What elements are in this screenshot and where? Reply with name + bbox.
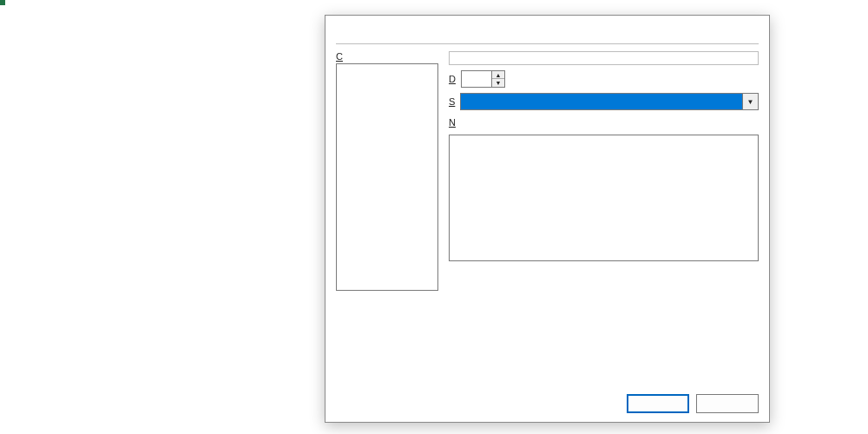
chevron-down-icon[interactable]: ▼ [743,93,759,110]
selection-frame [0,0,3,3]
category-label: C [336,51,438,62]
symbol-value [460,93,743,110]
sample-box [449,51,759,65]
decimal-places-input[interactable] [462,71,491,87]
selection-handle[interactable] [0,0,5,5]
decimal-places-label: D [449,74,456,84]
tabstrip [336,43,759,44]
cancel-button[interactable] [696,394,759,413]
titlebar [326,16,769,42]
help-button[interactable] [694,16,729,41]
symbol-combo[interactable]: ▼ [460,93,759,110]
format-cells-dialog: C D ▲ ▼ [325,15,770,423]
decimal-places-spinner[interactable]: ▲ ▼ [461,70,505,88]
symbol-label: S [449,96,455,107]
category-list[interactable] [336,63,438,291]
spinner-up-icon[interactable]: ▲ [492,71,504,79]
spinner-down-icon[interactable]: ▼ [492,79,504,87]
ok-button[interactable] [627,394,689,413]
negative-numbers-label: N [449,117,759,128]
negative-numbers-list[interactable] [449,135,759,261]
close-button[interactable] [729,16,764,41]
